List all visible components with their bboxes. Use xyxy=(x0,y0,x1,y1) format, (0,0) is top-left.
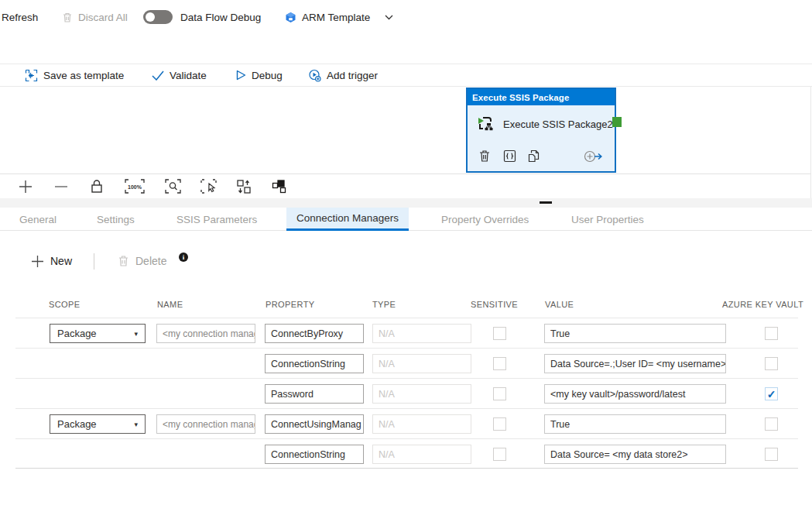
discard-all-button[interactable]: Discard All xyxy=(62,0,128,34)
sensitive-checkbox[interactable] xyxy=(493,387,506,400)
activity-settings-tabs: General Settings SSIS Parameters Connect… xyxy=(0,208,812,231)
delete-button[interactable]: Delete xyxy=(118,246,166,276)
add-trigger-button[interactable]: Add trigger xyxy=(308,64,378,86)
tab-ssis-parameters[interactable]: SSIS Parameters xyxy=(176,208,257,231)
zoom-to-fit-icon[interactable] xyxy=(164,178,181,195)
sensitive-checkbox[interactable] xyxy=(493,448,506,461)
auto-align-icon[interactable] xyxy=(235,178,252,195)
value-input[interactable]: Data Source= <my data store2> xyxy=(544,445,726,464)
refresh-button[interactable]: Refresh xyxy=(2,0,38,34)
type-input: N/A xyxy=(372,384,471,404)
property-input[interactable]: Password xyxy=(265,384,364,404)
plus-icon xyxy=(31,255,44,268)
activity-type-header: Execute SSIS Package xyxy=(468,89,615,105)
type-input: N/A xyxy=(372,445,471,464)
trash-icon xyxy=(118,255,129,267)
discard-all-label: Discard All xyxy=(78,12,128,23)
value-input[interactable]: <my key vault>/password/latest xyxy=(544,384,726,404)
panel-resize-handle[interactable] xyxy=(540,201,552,204)
validate-button[interactable]: Validate xyxy=(152,64,207,86)
pipeline-toolbar: Save as template Validate Debug Add trig… xyxy=(0,64,812,87)
output-connector-handle[interactable] xyxy=(612,117,622,127)
col-name: NAME xyxy=(157,300,183,309)
tab-property-overrides[interactable]: Property Overrides xyxy=(441,208,529,231)
tab-settings[interactable]: Settings xyxy=(97,208,135,231)
data-flow-debug-label-item: Data Flow Debug xyxy=(180,0,261,34)
scope-dropdown[interactable]: Package▾ xyxy=(50,324,146,343)
check-icon xyxy=(152,70,164,81)
data-flow-debug-label: Data Flow Debug xyxy=(180,12,261,23)
add-trigger-label: Add trigger xyxy=(327,70,378,81)
sensitive-checkbox[interactable] xyxy=(493,357,506,370)
activity-name: Execute SSIS Package2 xyxy=(503,119,613,130)
value-input[interactable]: True xyxy=(544,414,726,434)
azure-key-vault-checkbox[interactable] xyxy=(765,327,778,340)
new-button[interactable]: New xyxy=(31,246,72,276)
name-input[interactable]: <my connection manage xyxy=(156,414,255,434)
canvas-zoom-toolbar: 100% xyxy=(0,173,811,198)
refresh-label: Refresh xyxy=(2,12,38,23)
type-input: N/A xyxy=(372,414,471,434)
sensitive-checkbox[interactable] xyxy=(493,327,506,340)
col-scope: SCOPE xyxy=(49,300,81,309)
divider xyxy=(94,253,94,270)
arm-template-menu[interactable]: ARM Template xyxy=(285,0,393,34)
zoom-in-icon[interactable] xyxy=(17,178,34,195)
trash-icon xyxy=(62,12,73,23)
azure-key-vault-checkbox[interactable]: ✓ xyxy=(765,387,778,400)
debug-button[interactable]: Debug xyxy=(236,64,283,86)
col-type: TYPE xyxy=(372,300,396,309)
add-output-icon[interactable] xyxy=(584,149,602,163)
grid-body: Package▾<my connection manageConnectByPr… xyxy=(15,318,798,469)
property-input[interactable]: ConnectionString xyxy=(265,445,364,464)
type-input: N/A xyxy=(372,324,471,343)
zoom-out-icon[interactable] xyxy=(53,178,70,195)
top-command-bar: Refresh Discard All Data Flow Debug ARM … xyxy=(0,0,812,34)
zoom-100-icon[interactable]: 100% xyxy=(124,178,146,195)
activity-card-execute-ssis-package[interactable]: Execute SSIS Package Execute SSIS Packag… xyxy=(466,88,616,173)
col-value: VALUE xyxy=(545,300,574,309)
table-row: ConnectionStringN/AData Source= <my data… xyxy=(15,438,798,469)
azure-key-vault-checkbox[interactable] xyxy=(765,357,778,370)
svg-text:100%: 100% xyxy=(128,184,142,190)
validate-label: Validate xyxy=(170,70,207,81)
table-row: ConnectionStringN/AData Source=.;User ID… xyxy=(15,348,798,378)
property-input[interactable]: ConnectByProxy xyxy=(265,324,364,343)
col-sensitive: SENSITIVE xyxy=(471,300,518,309)
value-input[interactable]: Data Source=.;User ID= <my username> xyxy=(544,354,726,373)
value-input[interactable]: True xyxy=(544,324,726,343)
code-icon[interactable] xyxy=(503,149,517,163)
azure-key-vault-checkbox[interactable] xyxy=(765,417,778,431)
col-property: PROPERTY xyxy=(266,300,315,309)
chevron-down-icon xyxy=(385,15,393,20)
debug-label: Debug xyxy=(252,70,283,81)
save-as-template-icon xyxy=(25,69,38,82)
azure-key-vault-checkbox[interactable] xyxy=(765,448,778,461)
arm-template-label: ARM Template xyxy=(302,12,370,23)
clone-icon[interactable] xyxy=(528,149,542,163)
property-input[interactable]: ConnectionString xyxy=(265,354,364,373)
save-as-template-button[interactable]: Save as template xyxy=(25,64,124,86)
lock-icon[interactable] xyxy=(88,178,105,195)
arm-template-icon xyxy=(285,12,296,23)
col-azure-key-vault: AZURE KEY VAULT xyxy=(722,300,803,309)
multi-select-icon[interactable] xyxy=(200,178,217,195)
scope-dropdown[interactable]: Package▾ xyxy=(50,414,146,434)
pipeline-canvas[interactable]: Execute SSIS Package Execute SSIS Packag… xyxy=(0,87,811,173)
tab-general[interactable]: General xyxy=(19,208,57,231)
data-flow-debug-toggle[interactable] xyxy=(143,0,173,34)
tab-connection-managers[interactable]: Connection Managers xyxy=(286,208,409,231)
dropdown-caret-icon: ▾ xyxy=(134,421,138,428)
tab-user-properties[interactable]: User Properties xyxy=(571,208,644,231)
info-icon[interactable]: i xyxy=(179,252,188,262)
panel-resize-strip xyxy=(0,198,812,208)
name-input[interactable]: <my connection manage xyxy=(156,324,255,343)
sensitive-checkbox[interactable] xyxy=(493,417,506,431)
table-row: Package▾<my connection manageConnectUsin… xyxy=(15,408,798,438)
delete-icon[interactable] xyxy=(478,149,492,163)
grid-command-bar: New Delete i xyxy=(0,246,812,276)
toggle-off-icon xyxy=(143,10,173,24)
property-input[interactable]: ConnectUsingManag xyxy=(265,414,364,434)
show-lineage-icon[interactable] xyxy=(271,178,288,195)
trigger-clock-icon xyxy=(308,69,321,82)
